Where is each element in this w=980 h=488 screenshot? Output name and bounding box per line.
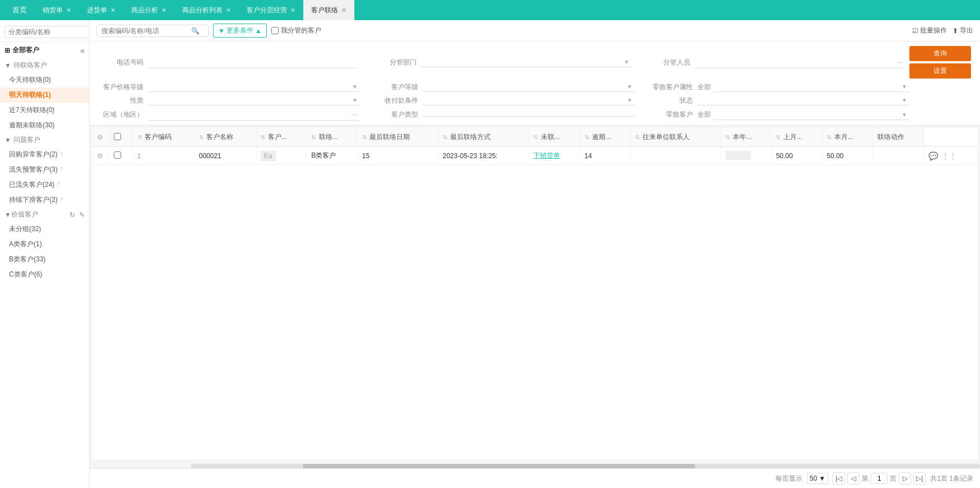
chevron-down-icon-status: ▼: [902, 97, 907, 103]
filter-dept-select[interactable]: ▼: [421, 57, 631, 67]
filter-status-select[interactable]: ▼: [697, 95, 909, 105]
th-contact-count[interactable]: ⇅ 联络...: [307, 128, 357, 147]
help-icon-1[interactable]: ?: [60, 151, 63, 158]
action-more-icon[interactable]: ⋮⋮: [941, 151, 957, 160]
collapse-icon[interactable]: «: [80, 46, 85, 55]
sidebar-today-contact[interactable]: 今天待联络(0): [0, 72, 89, 88]
sidebar-7day-contact[interactable]: 近7天待联络(0): [0, 103, 89, 118]
sidebar-churned[interactable]: 已流失客户(24) ?: [0, 177, 89, 192]
page-suffix: 页: [890, 474, 896, 484]
last-contact-link[interactable]: 下销货单: [533, 151, 560, 159]
help-icon-2[interactable]: ?: [60, 167, 63, 173]
page-number-input[interactable]: [871, 473, 887, 484]
th-last-contact-date[interactable]: ⇅ 最后联络日期: [357, 128, 438, 147]
row-checkbox[interactable]: [114, 151, 121, 159]
edit-icon[interactable]: ✎: [79, 211, 85, 219]
nav-home[interactable]: 首页: [4, 0, 35, 20]
sidebar-ungrouped[interactable]: 未分组(32): [0, 222, 89, 237]
nav-customer-layered-close[interactable]: ✕: [290, 7, 295, 14]
select-all-checkbox[interactable]: [114, 133, 121, 140]
filter-retail-attr-select[interactable]: ▼: [713, 82, 909, 92]
filter-region-select[interactable]: ···: [148, 109, 360, 121]
filter-payment-select[interactable]: ▼: [423, 95, 635, 105]
region-more-dots: ···: [352, 111, 358, 118]
th-this-year[interactable]: ⇅ 本年...: [720, 128, 771, 147]
sidebar-all-customers[interactable]: ⊞ 全部客户 «: [0, 42, 89, 58]
filter-gender-select[interactable]: ▼: [148, 95, 360, 105]
sidebar-b-customers[interactable]: B类客户(33): [0, 252, 89, 267]
nav-product-analysis-list[interactable]: 商品分析列表 ✕: [174, 0, 239, 20]
my-customers-checkbox[interactable]: [271, 27, 279, 34]
filter-dept-cell: 分管部门 ▼: [372, 57, 631, 67]
nav-sales-order-close[interactable]: ✕: [66, 7, 71, 14]
sidebar-tomorrow-contact[interactable]: 明天待联络(1): [0, 88, 89, 103]
th-this-month[interactable]: ⇅ 本月...: [822, 128, 872, 147]
td-overdue: [631, 147, 721, 165]
sort-icon-date: ⇅: [362, 134, 367, 140]
arrow-down-icon: ▼: [4, 62, 11, 70]
scrollbar-thumb[interactable]: [303, 464, 695, 468]
sidebar-section-pending[interactable]: ▼ 待联络客户: [0, 58, 89, 72]
search-input[interactable]: [101, 27, 191, 35]
nav-purchase-order[interactable]: 进货单 ✕: [79, 0, 123, 20]
filter-more-btn[interactable]: ▼ 更多条件 ▲: [213, 24, 267, 38]
filter-price-level-select[interactable]: ▼: [148, 82, 360, 92]
th-name[interactable]: ⇅ 客户名称: [194, 128, 256, 147]
prev-page-btn[interactable]: ◁: [847, 472, 859, 485]
table-row: ⚙ 1 000021 Ea B类客户 15 2023-05-23 18:25:: [92, 147, 978, 165]
my-customers-checkbox-label[interactable]: 我分管的客户: [271, 26, 321, 35]
nav-product-analysis-list-close[interactable]: ✕: [226, 7, 231, 14]
action-contact-icon[interactable]: 💬: [928, 151, 938, 160]
filter-retail-customer-select[interactable]: ▼: [713, 110, 909, 120]
last-page-btn[interactable]: ▷|: [913, 472, 926, 485]
sidebar-churn-warning[interactable]: 流失预警客户(3) ?: [0, 162, 89, 177]
filter-phone-input[interactable]: [148, 57, 358, 68]
next-page-btn[interactable]: ▷: [899, 472, 911, 485]
sidebar-section-problem[interactable]: ▼ 问题客户: [0, 133, 89, 147]
th-code[interactable]: ⇅ 客户编码: [132, 128, 194, 147]
nav-product-analysis[interactable]: 商品分析 ✕: [123, 0, 174, 20]
nav-product-analysis-close[interactable]: ✕: [161, 7, 167, 14]
query-button[interactable]: 查询: [909, 46, 971, 61]
nav-sales-order[interactable]: 销货单 ✕: [35, 0, 79, 20]
nav-customer-layered[interactable]: 客户分层经营 ✕: [239, 0, 303, 20]
help-icon-3[interactable]: ?: [57, 182, 60, 188]
sidebar-a-customers[interactable]: A类客户(1): [0, 237, 89, 252]
th-last-month[interactable]: ⇅ 上月...: [771, 128, 822, 147]
sidebar-declining[interactable]: 持续下滑客户(2) ?: [0, 192, 89, 208]
th-unit-contact[interactable]: ⇅ 往来单位联系人: [631, 128, 721, 147]
sidebar-c-customers[interactable]: C类客户(6): [0, 267, 89, 282]
filter-customer-level-select[interactable]: ▼: [423, 82, 635, 92]
sidebar-search-input[interactable]: [4, 26, 90, 38]
sort-icon-type: ⇅: [261, 134, 265, 140]
nav-customer-contact-close[interactable]: ✕: [341, 7, 346, 14]
th-no-contact[interactable]: ⇅ 未联...: [529, 128, 580, 147]
export-btn[interactable]: ⬆ 导出: [953, 26, 973, 35]
filter-retail-attr-value: 全部: [697, 82, 711, 92]
content-area: 🔍 ▼ 更多条件 ▲ 我分管的客户 ☑ 批量操作 ⬆ 导出: [90, 20, 980, 488]
nav-purchase-close[interactable]: ✕: [110, 7, 115, 14]
td-name[interactable]: Ea: [256, 147, 306, 165]
settings-button[interactable]: 设置: [909, 63, 971, 79]
gear-settings-icon[interactable]: ⚙: [97, 133, 103, 141]
help-icon-4[interactable]: ?: [60, 197, 63, 203]
filter-customer-type-label: 客户类型: [373, 110, 418, 119]
horizontal-scrollbar[interactable]: [90, 462, 980, 468]
per-page-select[interactable]: 50 ▼: [807, 473, 828, 484]
filter-person-select[interactable]: ···: [695, 57, 905, 68]
filter-customer-type-select[interactable]: [423, 113, 635, 117]
sidebar-repurchase-abnormal[interactable]: 回购异常客户(2) ?: [0, 147, 89, 162]
th-overdue[interactable]: ⇅ 逾期...: [580, 128, 630, 147]
td-last-contact-method[interactable]: 下销货单: [529, 147, 580, 165]
nav-customer-contact[interactable]: 客户联络 ✕: [303, 0, 354, 20]
th-last-contact-method[interactable]: ⇅ 最后联络方式: [438, 128, 529, 147]
th-type[interactable]: ⇅ 客户...: [256, 128, 306, 147]
th-action: 联络动作: [873, 128, 924, 147]
sidebar-overdue-contact[interactable]: 逾期未联络(30): [0, 118, 89, 133]
first-page-btn[interactable]: |◁: [833, 472, 845, 485]
search-icon[interactable]: 🔍: [191, 27, 200, 35]
filter-phone-label: 电话号码: [99, 58, 144, 67]
page-nav: |◁ ◁ 第 页 ▷ ▷|: [833, 472, 926, 485]
refresh-icon[interactable]: ↻: [70, 211, 75, 219]
batch-op-btn[interactable]: ☑ 批量操作: [912, 26, 947, 35]
